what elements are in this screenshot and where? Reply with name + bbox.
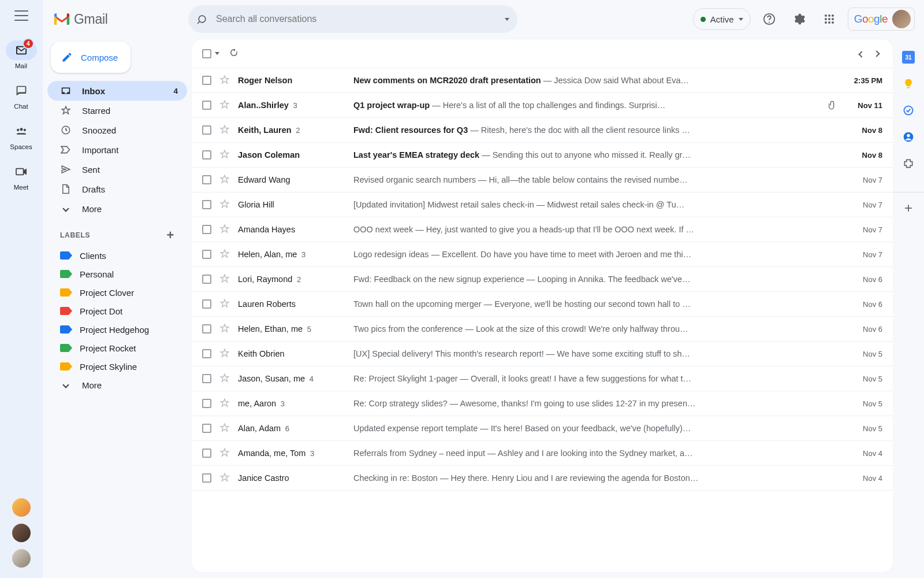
nav-item-drafts[interactable]: Drafts (47, 179, 187, 199)
row-checkbox[interactable] (202, 349, 211, 358)
support-button[interactable] (758, 8, 781, 31)
pinned-chat-3[interactable] (12, 549, 31, 568)
nav-item-snoozed[interactable]: Snoozed (47, 120, 187, 140)
message-row[interactable]: Jason, Susan, me 4Re: Project Skylight 1… (192, 366, 893, 391)
gmail-logo[interactable]: Gmail (49, 12, 181, 27)
nav-item-starred[interactable]: Starred (47, 101, 187, 120)
row-checkbox[interactable] (202, 125, 211, 135)
account-chip[interactable]: Google (848, 8, 915, 31)
star-icon[interactable] (219, 174, 230, 186)
message-row[interactable]: Roger NelsonNew comments on MCR2020 draf… (192, 68, 893, 93)
row-checkbox[interactable] (202, 399, 211, 408)
star-icon[interactable] (219, 224, 230, 236)
keep-app-icon[interactable] (902, 77, 915, 90)
message-row[interactable]: Gloria Hill[Updated invitation] Midwest … (192, 192, 893, 217)
message-row[interactable]: Amanda HayesOOO next week — Hey, just wa… (192, 217, 893, 242)
label-item[interactable]: .label-swatch[style*="#f9ab00"]::after{b… (47, 283, 187, 302)
star-icon[interactable] (219, 373, 230, 385)
row-checkbox[interactable] (202, 299, 211, 309)
message-row[interactable]: Alan..Shirley 3Q1 project wrap-up — Here… (192, 93, 893, 118)
star-icon[interactable] (219, 124, 230, 136)
create-label-button[interactable]: + (163, 228, 178, 243)
app-rail-mail[interactable]: 4 Mail (4, 37, 39, 75)
pinned-chat-2[interactable] (12, 524, 31, 542)
label-item[interactable]: .label-swatch[style*="#1a73e8"]::after{b… (47, 320, 187, 339)
message-row[interactable]: Edward WangRevised organic search number… (192, 168, 893, 192)
older-button[interactable] (871, 48, 882, 60)
row-checkbox[interactable] (202, 374, 211, 383)
nav-item-more[interactable]: More (47, 199, 187, 218)
select-dropdown-icon[interactable] (215, 52, 219, 55)
row-checkbox[interactable] (202, 101, 211, 110)
refresh-button[interactable] (225, 44, 243, 64)
row-checkbox[interactable] (202, 324, 211, 334)
message-row[interactable]: Keith, Lauren 2Fwd: Client resources for… (192, 118, 893, 143)
row-checkbox[interactable] (202, 424, 211, 433)
star-icon[interactable] (219, 149, 230, 161)
app-rail-meet[interactable]: Meet (4, 158, 39, 197)
nav-item-important[interactable]: Important (47, 140, 187, 160)
row-checkbox[interactable] (202, 76, 211, 85)
main-menu-button[interactable] (14, 10, 28, 21)
message-row[interactable]: Keith Obrien[UX] Special delivery! This … (192, 342, 893, 366)
star-icon[interactable] (219, 447, 230, 460)
row-checkbox[interactable] (202, 175, 211, 184)
message-row[interactable]: Lauren RobertsTown hall on the upcoming … (192, 292, 893, 317)
row-subject-line: OOO next week — Hey, just wanted to give… (353, 225, 818, 234)
pinned-chat-1[interactable] (12, 498, 31, 517)
star-icon[interactable] (219, 75, 230, 87)
search-bar[interactable] (188, 5, 517, 33)
star-icon[interactable] (219, 99, 230, 112)
star-icon[interactable] (219, 472, 230, 484)
search-options-icon[interactable] (505, 18, 509, 21)
label-item[interactable]: .label-swatch[style*="#34a853"]::after{b… (47, 339, 187, 357)
app-rail-chat[interactable]: Chat (4, 77, 39, 116)
row-checkbox[interactable] (202, 250, 211, 259)
label-item[interactable]: .label-swatch[style*="#1a73e8"]::after{b… (47, 246, 187, 265)
newer-button[interactable] (856, 45, 867, 62)
compose-button[interactable]: Compose (51, 42, 131, 73)
row-checkbox[interactable] (202, 225, 211, 234)
calendar-app-icon[interactable]: 31 (902, 51, 915, 64)
message-row[interactable]: Alan, Adam 6Updated expense report templ… (192, 416, 893, 441)
status-chip[interactable]: Active (693, 8, 751, 30)
message-row[interactable]: Helen, Ethan, me 5Two pics from the conf… (192, 317, 893, 342)
message-row[interactable]: Jason ColemanLast year's EMEA strategy d… (192, 143, 893, 168)
message-rows[interactable]: Roger NelsonNew comments on MCR2020 draf… (192, 68, 893, 572)
addons-app-icon[interactable] (902, 157, 915, 170)
row-checkbox[interactable] (202, 473, 211, 483)
message-row[interactable]: Janice CastroChecking in re: Boston — He… (192, 466, 893, 491)
star-icon[interactable] (219, 323, 230, 335)
app-rail-spaces[interactable]: Spaces (4, 118, 39, 156)
row-snippet: Everyone, we'll be hosting our second to… (494, 299, 691, 309)
star-icon[interactable] (219, 199, 230, 211)
row-checkbox[interactable] (202, 200, 211, 209)
search-input[interactable] (216, 14, 497, 24)
get-addons-button[interactable]: + (902, 202, 915, 214)
star-icon[interactable] (219, 298, 230, 310)
clock-icon (60, 125, 72, 135)
row-checkbox[interactable] (202, 449, 211, 458)
star-icon[interactable] (219, 273, 230, 286)
tasks-app-icon[interactable] (902, 104, 915, 117)
star-icon[interactable] (219, 249, 230, 261)
label-item[interactable]: .label-swatch[style*="#f9ab00"]::after{b… (47, 357, 187, 376)
settings-button[interactable] (788, 8, 811, 31)
label-item[interactable]: .label-swatch[style*="#34a853"]::after{b… (47, 265, 187, 283)
message-row[interactable]: Lori, Raymond 2Fwd: Feedback on the new … (192, 267, 893, 292)
google-apps-button[interactable] (818, 8, 841, 31)
contacts-app-icon[interactable] (902, 131, 915, 143)
label-item[interactable]: .label-swatch[style*="#ea4335"]::after{b… (47, 302, 187, 320)
labels-more[interactable]: More (47, 376, 187, 394)
message-row[interactable]: Helen, Alan, me 3Logo redesign ideas — E… (192, 242, 893, 267)
star-icon[interactable] (219, 423, 230, 435)
star-icon[interactable] (219, 398, 230, 410)
message-row[interactable]: me, Aaron 3Re: Corp strategy slides? — A… (192, 391, 893, 416)
nav-item-inbox[interactable]: Inbox4 (47, 81, 187, 101)
row-checkbox[interactable] (202, 150, 211, 160)
row-checkbox[interactable] (202, 275, 211, 284)
message-row[interactable]: Amanda, me, Tom 3Referrals from Sydney –… (192, 441, 893, 466)
select-all-checkbox[interactable] (202, 49, 211, 58)
nav-item-sent[interactable]: Sent (47, 160, 187, 179)
star-icon[interactable] (219, 348, 230, 360)
